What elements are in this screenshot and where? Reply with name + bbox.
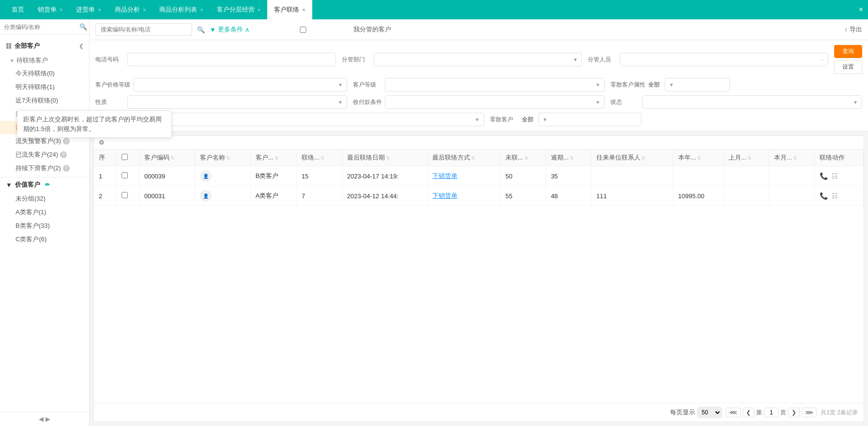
branch-dept-select[interactable]: ▼	[374, 53, 582, 66]
search-input[interactable]	[95, 23, 192, 36]
action-phone-icon-2[interactable]: 📞	[820, 192, 828, 200]
nav-item-customer-contact[interactable]: 客户联络 ×	[267, 0, 312, 19]
branch-person-select[interactable]: ···	[620, 53, 828, 66]
cell-uncontacted: 50	[500, 166, 546, 186]
sidebar-item-c-class[interactable]: C类客户(6)	[0, 233, 89, 246]
chevron-down-icon3: ▼	[338, 82, 343, 88]
sort-icon-grade: ⇅	[274, 155, 278, 161]
search-button[interactable]: 🔍	[197, 26, 205, 33]
phone-input[interactable]	[127, 53, 336, 66]
col-last-month[interactable]: 上月...⇅	[723, 149, 769, 166]
nav-item-purchase[interactable]: 进货单 ×	[69, 0, 107, 19]
col-contact-person[interactable]: 往来单位联系人⇅	[591, 149, 673, 166]
col-overdue[interactable]: 逾期...⇅	[546, 149, 591, 166]
payment-select[interactable]: ▼	[385, 95, 605, 109]
per-page-select[interactable]: 50 20 100	[697, 407, 722, 418]
sidebar-item-lost[interactable]: 已流失客户(24) ?	[0, 148, 89, 162]
cell-contact-person	[591, 166, 673, 186]
action-grid-icon[interactable]: ☷	[832, 172, 838, 180]
sidebar-item-tomorrow[interactable]: 明天待联络(1)	[0, 80, 89, 94]
cell-action: 📞 ☷	[814, 186, 863, 206]
col-this-month[interactable]: 本月...⇅	[769, 149, 814, 166]
select-all-checkbox[interactable]	[122, 154, 128, 160]
cell-last-type[interactable]: 下销货单	[427, 186, 501, 206]
table-row: 1 000039 👤 B类客户 15	[94, 166, 864, 186]
gender-select[interactable]: ▼	[127, 95, 347, 109]
sort-icon-lastmonth: ⇅	[747, 155, 751, 161]
retail-attr-select[interactable]: ▼	[665, 78, 730, 91]
close-product-list-icon[interactable]: ×	[200, 7, 203, 13]
sidebar-value-customers-group[interactable]: ▼ 价值客户 ✏	[0, 177, 89, 192]
sidebar-search-input[interactable]	[4, 24, 76, 30]
cell-last-date: 2023-04-12 14:44:	[342, 186, 427, 206]
page-input[interactable]	[764, 408, 778, 417]
sidebar-search-icon[interactable]: 🔍	[79, 23, 87, 30]
sidebar-item-b-class[interactable]: B类客户(33)	[0, 219, 89, 233]
query-button[interactable]: 查询	[834, 45, 862, 58]
my-customers-checkbox[interactable]	[255, 27, 351, 33]
status-select[interactable]: ▼	[642, 95, 862, 109]
retail-attr-field: 零散客户属性 全部 ▼	[610, 78, 862, 91]
prev-page-button[interactable]: ❮	[743, 408, 754, 417]
col-contact-count[interactable]: 联络...⇅	[296, 149, 342, 166]
sidebar: 🔍 ☷ 全部客户 ❮ ▼ 待联络客户 今天待联络(0) 明天待联络(1)	[0, 19, 90, 426]
settings-button[interactable]: 设置	[834, 60, 862, 74]
action-phone-icon[interactable]: 📞	[820, 172, 828, 180]
sidebar-item-7days[interactable]: 近7天待联络(0)	[0, 94, 89, 107]
sidebar-item-today[interactable]: 今天待联络(0)	[0, 67, 89, 80]
phone-field: 电话号码	[95, 53, 336, 66]
customer-price-grade-field: 客户价格等级 ▼	[95, 78, 347, 91]
customer-grade-select[interactable]: ▼	[385, 78, 605, 91]
more-conditions-button[interactable]: ▼ 更多条件 ∧	[210, 25, 250, 34]
sidebar-item-a-class[interactable]: A类客户(1)	[0, 206, 89, 219]
window-close-button[interactable]: ×	[859, 5, 863, 14]
retail-customer-select[interactable]: ▼	[538, 113, 641, 126]
nav-item-customer-tier[interactable]: 客户分层经营 ×	[210, 0, 267, 19]
filter-icon: ▼	[210, 26, 216, 33]
col-last-type[interactable]: 最后联络方式⇅	[427, 149, 501, 166]
branch-person-field: 分管人员 ···	[588, 53, 828, 66]
col-code[interactable]: 客户编码⇅	[139, 149, 195, 166]
col-name[interactable]: 客户名称⇅	[195, 149, 250, 166]
cell-contact-count: 7	[296, 186, 342, 206]
close-customer-tier-icon[interactable]: ×	[258, 7, 260, 13]
col-last-date[interactable]: 最后联络日期⇅	[342, 149, 427, 166]
edit-icon[interactable]: ✏	[45, 181, 50, 188]
chevron-down-icon4: ▼	[595, 82, 600, 88]
close-purchase-icon[interactable]: ×	[98, 7, 101, 13]
close-sales-icon[interactable]: ×	[60, 7, 62, 13]
nav-item-home[interactable]: 首页	[5, 0, 31, 19]
col-action: 联络动作	[814, 149, 863, 166]
close-product-analysis-icon[interactable]: ×	[143, 7, 146, 13]
sort-icon-code: ⇅	[170, 155, 174, 161]
sidebar-bottom: ◀ ▶	[0, 411, 89, 426]
cell-last-type[interactable]: 下销货单	[427, 166, 501, 186]
action-grid-icon-2[interactable]: ☷	[832, 192, 838, 200]
col-checkbox	[116, 149, 139, 166]
first-page-button[interactable]: ⋘	[726, 408, 741, 417]
nav-item-product-list[interactable]: 商品分析列表 ×	[152, 0, 210, 19]
col-this-year[interactable]: 本年...⇅	[673, 149, 723, 166]
col-uncontacted[interactable]: 未联...⇅	[500, 149, 546, 166]
customer-avatar-2: 👤	[200, 190, 212, 202]
close-customer-contact-icon[interactable]: ×	[302, 7, 305, 13]
customer-price-grade-select[interactable]: ▼	[133, 78, 347, 91]
next-page-button[interactable]: ❯	[788, 408, 800, 417]
nav-item-sales[interactable]: 销货单 ×	[31, 0, 69, 19]
customer-type-select[interactable]: ▼	[143, 113, 484, 126]
cell-this-month	[769, 166, 814, 186]
sidebar-item-declining[interactable]: 持续下滑客户(2) ?	[0, 162, 89, 175]
sidebar-item-ungroup[interactable]: 未分组(32)	[0, 192, 89, 206]
col-grade[interactable]: 客户...⇅	[250, 149, 296, 166]
table-settings-icon[interactable]: ⚙	[99, 139, 105, 146]
export-icon: ↑	[845, 26, 848, 33]
nav-item-product-analysis[interactable]: 商品分析 ×	[108, 0, 152, 19]
grid-icon: ☷	[6, 43, 12, 50]
export-button[interactable]: ↑ 导出	[845, 25, 863, 34]
row-checkbox-1[interactable]	[122, 172, 128, 178]
sidebar-all-customers[interactable]: ☷ 全部客户 ❮	[0, 39, 89, 53]
last-page-button[interactable]: ⋙	[802, 408, 817, 417]
row-checkbox-2[interactable]	[122, 192, 128, 198]
sort-icon-date: ⇅	[386, 155, 390, 161]
sidebar-pending-contact-group[interactable]: ▼ 待联络客户	[0, 53, 89, 67]
